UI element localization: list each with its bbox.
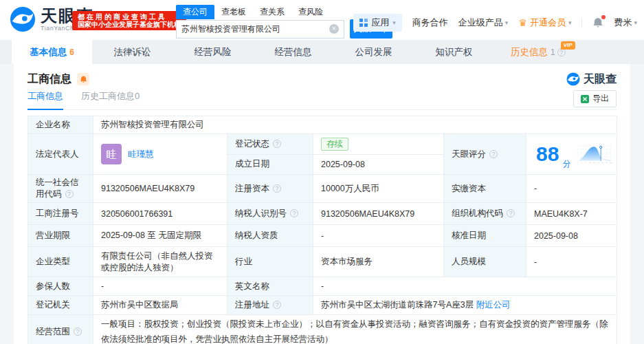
chevron-down-icon: ▾: [392, 19, 396, 26]
field-value: -: [526, 175, 617, 203]
tab-历史信息[interactable]: 历史信息1?VIP: [494, 40, 582, 64]
field-label: 统一社会信用代码?: [28, 175, 93, 203]
user-menu[interactable]: 费米 ▾: [614, 17, 637, 29]
field-value: 2025-09-08: [526, 225, 617, 247]
info-icon: ?: [273, 301, 281, 309]
tab-基本信息[interactable]: 基本信息6: [12, 40, 92, 64]
info-icon: ?: [273, 140, 281, 148]
field-label: 实缴资本: [444, 175, 526, 203]
status-cell: 存续: [313, 134, 444, 155]
topnav-item[interactable]: 企业级产品▾: [458, 17, 509, 29]
table-row: 企业名称苏州智核投资管理有限公司: [28, 116, 617, 134]
field-label-text: 天眼评分: [452, 149, 486, 159]
table-row: 法定代表人眭眭瑾慧登记状态?存续天眼评分? 88 分 0152550658095…: [28, 134, 617, 155]
field-value: 10000万人民币: [313, 175, 444, 203]
field-value: -: [313, 225, 444, 247]
field-value: 2025-09-08: [313, 154, 444, 175]
field-value: 有限责任公司（非自然人投资或控股的法人独资）: [93, 247, 227, 277]
info-icon: ?: [489, 150, 498, 158]
field-label: 行业: [227, 247, 313, 277]
nearby-companies-link[interactable]: 附近公司: [476, 300, 511, 310]
field-label: 营业期限: [28, 225, 93, 247]
topnav-item-label: 商务合作: [412, 17, 448, 29]
divider: [581, 18, 582, 28]
info-icon: ?: [507, 209, 515, 217]
svg-text:100: 100: [610, 162, 612, 163]
score-cell: 88 分 0152550658095100: [526, 134, 617, 175]
apps-label: 应用: [371, 17, 389, 29]
field-label: 工商注册号: [28, 203, 93, 225]
subtab-工商信息[interactable]: 工商信息: [27, 90, 63, 110]
username: 费米: [614, 17, 632, 29]
search-tab-查老板[interactable]: 查老板: [214, 5, 253, 19]
field-label: 企业名称: [28, 116, 93, 134]
topnav-item[interactable]: 商务合作: [412, 17, 448, 29]
section-title: 工商信息: [27, 72, 71, 87]
field-label-text: 注册资本: [235, 184, 269, 193]
excel-icon: [581, 95, 589, 103]
search-input[interactable]: [181, 24, 329, 34]
address-text: 苏州市吴中区太湖街道前珠路7号A座3层: [321, 300, 476, 310]
svg-text:80: 80: [602, 162, 604, 163]
field-value: 91320506MAEU4K8X79: [93, 175, 227, 203]
field-label: 经营范围?: [28, 315, 93, 344]
apps-button[interactable]: 应用 ▾: [353, 14, 402, 32]
field-label: 纳税人识别号?: [227, 203, 313, 225]
svg-text:0: 0: [577, 162, 579, 163]
table-row: 企业类型有限责任公司（非自然人投资或控股的法人独资）行业资本市场服务人员规模-: [28, 247, 617, 277]
score-value: 88: [536, 144, 559, 164]
field-label-text: 法定代表人: [36, 149, 79, 159]
table-row: 营业期限2025-09-08 至 无固定期限纳税人资质-核准日期2025-09-…: [28, 225, 617, 247]
info-table: 企业名称苏州智核投资管理有限公司法定代表人眭眭瑾慧登记状态?存续天眼评分? 88…: [27, 116, 617, 344]
top-navigation: 应用 ▾ 商务合作企业级产品▾ ♛ 开通会员 ▾ 费米 ▾: [353, 14, 637, 32]
field-label-text: 实缴资本: [452, 184, 486, 193]
tab-count: 1: [551, 47, 555, 57]
alert-bell-icon[interactable]: [77, 73, 89, 85]
field-value: 苏州智核投资管理有限公司: [93, 116, 617, 134]
info-icon: ?: [74, 327, 82, 336]
sub-tabs: 工商信息历史工商信息0: [27, 90, 140, 110]
promo-banner-line2: 国家中小企业发展子基金旗下机构: [78, 21, 181, 28]
business-info-card: 工商信息 天眼查 工商信息历史工商信息0 导出: [14, 64, 630, 344]
score-box[interactable]: 88 分 0152550658095100: [536, 136, 612, 173]
notifications-bell[interactable]: [592, 17, 603, 28]
svg-text:1: 1: [581, 162, 583, 163]
table-row: 登记机关苏州市吴中区数据局注册地址?苏州市吴中区太湖街道前珠路7号A座3层 附近…: [28, 296, 617, 315]
tab-公司发展[interactable]: 公司发展: [333, 40, 414, 64]
field-label: 企业类型: [28, 247, 93, 277]
vip-button[interactable]: ♛ 开通会员 ▾: [518, 17, 571, 29]
field-value: 320506001766391: [93, 203, 227, 225]
crown-icon: ♛: [518, 19, 527, 27]
field-label: 人员规模: [444, 247, 526, 277]
tab-经营风险[interactable]: 经营风险: [173, 40, 253, 64]
table-row: 经营范围?一般项目：股权投资；创业投资（限投资未上市企业）；以自有资金从事投资活…: [28, 315, 617, 344]
field-value: -: [526, 247, 617, 277]
legal-rep-link[interactable]: 眭瑾慧: [128, 149, 154, 160]
field-label-text: 人员规模: [452, 257, 486, 266]
tianyancha-watermark-icon: [566, 72, 580, 86]
field-value: 91320506MAEU4K8X79: [313, 203, 444, 225]
score-curve-area: [577, 147, 601, 160]
tab-label: 经营风险: [195, 47, 232, 57]
search-tab-查关系[interactable]: 查关系: [253, 5, 291, 19]
tab-法律诉讼[interactable]: 法律诉讼: [92, 40, 173, 64]
field-label-text: 营业期限: [36, 230, 70, 240]
export-button[interactable]: 导出: [573, 90, 617, 107]
tab-经营信息[interactable]: 经营信息: [253, 40, 333, 64]
clear-icon[interactable]: ×: [329, 24, 339, 34]
field-label-text: 成立日期: [235, 159, 269, 169]
search-tab-查风险[interactable]: 查风险: [291, 5, 330, 19]
top-header: 天眼查 TianYanCha.com 都在用的商业查询工具 国家中小企业发展子基…: [0, 0, 644, 40]
score-unit: 分: [562, 158, 570, 173]
chevron-down-icon: ▾: [505, 19, 509, 26]
promo-banner-line1: 都在用的商业查询工具: [78, 13, 181, 21]
legal-rep-cell: 眭眭瑾慧: [93, 134, 227, 175]
search-tab-查公司[interactable]: 查公司: [176, 5, 214, 19]
tab-知识产权[interactable]: 知识产权: [414, 40, 494, 64]
info-icon: ?: [273, 184, 281, 193]
svg-text:5: 5: [586, 162, 587, 163]
notification-dot: [601, 15, 606, 19]
subtab-历史工商信息0[interactable]: 历史工商信息0: [81, 90, 140, 110]
status-badge: 存续: [321, 138, 348, 151]
score-distribution-chart: 0152550658095100: [577, 136, 612, 173]
